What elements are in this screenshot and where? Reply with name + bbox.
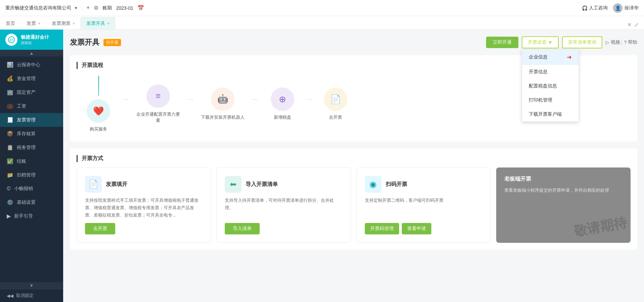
sidebar-item-reports[interactable]: 📊 云报表中心 bbox=[0, 58, 63, 72]
tab-issue[interactable]: 发票开具 × bbox=[81, 17, 115, 29]
settings-icon[interactable]: ⚙ bbox=[94, 5, 98, 11]
sidebar-footer-pin[interactable]: ◀◀ 取消固定 bbox=[0, 289, 63, 302]
sidebar-menu: 📊 云报表中心 💰 资金管理 🏢 固定资产 💼 工资 🧾 发票管理 📦 bbox=[0, 56, 63, 282]
tab-invoice-label: 发票 bbox=[27, 21, 36, 27]
sidebar-item-tax[interactable]: 📋 税务管理 bbox=[0, 141, 63, 154]
process-arrow-3: ··· bbox=[252, 95, 258, 113]
company-selector[interactable]: 重庆畅捷交通信息咨询有限公司 ▼ bbox=[5, 5, 78, 11]
dropdown-invoice-info-label: 开票信息 bbox=[529, 69, 548, 74]
step4-label: 新增税盘 bbox=[274, 114, 291, 120]
sidebar-logo: 好 畅捷通好会计 旗舰版 bbox=[0, 30, 63, 50]
step2-label: 企业开通配置开票六要素 bbox=[136, 111, 180, 123]
settings-chevron-icon: ▼ bbox=[548, 40, 553, 45]
topbar-divider bbox=[82, 5, 82, 11]
user-info[interactable]: 👤 徐泽华 bbox=[613, 3, 639, 13]
method-import-desc: 支持导入待开票清单，可对待开票清单进行拆分、合并处理。 bbox=[225, 197, 342, 219]
sidebar-item-assets[interactable]: 🏢 固定资产 bbox=[0, 85, 63, 99]
method-card-fill: 📄 发票填开 支持按照发票样式手工填开发票；可开具增值税电子普通发票、增值税普通… bbox=[77, 167, 211, 243]
settings-button-wrapper: 开票设置 ▼ 企业信息 ➜ 开票信息 配置税盘信息 bbox=[522, 36, 559, 48]
sidebar-scroll-down[interactable]: ▼ bbox=[0, 282, 63, 289]
tab-home-label: 首页 bbox=[6, 21, 15, 27]
play-icon[interactable]: ▷ bbox=[606, 40, 609, 45]
dropdown-item-download[interactable]: 下载开票客户端 bbox=[522, 107, 578, 121]
sidebar: 好 畅捷通好会计 旗舰版 ▲ 📊 云报表中心 💰 资金管理 🏢 固定资产 💼 bbox=[0, 30, 63, 302]
tab-issue-close[interactable]: × bbox=[107, 21, 110, 26]
inventory-icon: 📦 bbox=[7, 130, 13, 137]
method-import-header: ⬅ 导入开票清单 bbox=[225, 176, 342, 193]
tab-calc[interactable]: 发票测算 × bbox=[46, 17, 81, 29]
process-arrow-2: ··· bbox=[188, 95, 194, 113]
sidebar-item-guide[interactable]: ▶ 新手引导 bbox=[0, 209, 63, 223]
sidebar-item-settings-label: 基础设置 bbox=[17, 199, 36, 205]
activate-button[interactable]: 立即开通 bbox=[486, 37, 518, 48]
tab-home[interactable]: 首页 bbox=[0, 17, 21, 29]
page-header: 发票开具 待开通 立即开通 开票设置 ▼ 企业信息 ➜ bbox=[70, 36, 637, 48]
salary-icon: 💼 bbox=[7, 103, 13, 109]
sidebar-item-expense-label: 小畅报销 bbox=[14, 186, 33, 192]
sidebar-item-assets-label: 固定资产 bbox=[17, 89, 36, 96]
dropdown-item-taxdisk[interactable]: 配置税盘信息 bbox=[522, 79, 578, 93]
help-label: 帮助 bbox=[628, 39, 637, 45]
settings-button-label: 开票设置 bbox=[528, 39, 547, 45]
method-import-icon: ⬅ bbox=[225, 176, 242, 193]
capital-icon: 💰 bbox=[7, 75, 13, 82]
process-step-1-divider bbox=[98, 76, 99, 96]
dropdown-item-invoice-info[interactable]: 开票信息 bbox=[522, 65, 578, 79]
consult-button[interactable]: 🎧 人工咨询 bbox=[582, 5, 608, 11]
expense-icon: © bbox=[7, 186, 11, 192]
sidebar-item-closing[interactable]: ✅ 结账 bbox=[0, 154, 63, 168]
step2-icon: ≡ bbox=[146, 84, 170, 108]
tab-invoice[interactable]: 发票 × bbox=[21, 17, 46, 29]
status-badge: 待开通 bbox=[103, 39, 121, 46]
dropdown-item-company[interactable]: 企业信息 ➜ bbox=[522, 49, 578, 65]
sidebar-item-invoice[interactable]: 🧾 发票管理 bbox=[0, 113, 63, 127]
sidebar-item-capital-label: 资金管理 bbox=[17, 76, 36, 82]
tax-icon: 📋 bbox=[7, 144, 13, 151]
help-circle-icon[interactable]: ? bbox=[624, 40, 627, 45]
method-card-scan: ◉ 扫码开票 支持定制开票二维码，客户端可扫码开票 开票码管理 查看申请 bbox=[356, 167, 491, 243]
logo-title: 畅捷通好会计 bbox=[21, 34, 49, 40]
sidebar-scroll-up[interactable]: ▲ bbox=[0, 50, 63, 56]
headset-icon: 🎧 bbox=[582, 5, 588, 11]
tab-close-all-icon[interactable]: ✕ bbox=[627, 22, 632, 28]
method-fill-btn[interactable]: 去开票 bbox=[85, 223, 115, 234]
user-name: 徐泽华 bbox=[625, 5, 639, 11]
pin-icon: ◀◀ bbox=[7, 293, 13, 298]
sidebar-item-expense[interactable]: © 小畅报销 bbox=[0, 182, 63, 195]
abnormal-button[interactable]: 异常清单查询 bbox=[562, 36, 602, 48]
process-arrow-1: ··· bbox=[123, 95, 129, 113]
calendar-icon[interactable]: 📅 bbox=[137, 5, 144, 11]
sidebar-item-settings[interactable]: ⚙️ 基础设置 bbox=[0, 195, 63, 209]
tab-expand-icon[interactable]: ⤢ bbox=[634, 22, 639, 28]
sidebar-item-inventory[interactable]: 📦 库存核算 bbox=[0, 127, 63, 141]
separator: | bbox=[621, 40, 623, 45]
sidebar-item-invoice-label: 发票管理 bbox=[17, 117, 36, 123]
method-scan-btn1[interactable]: 开票码管理 bbox=[365, 223, 399, 234]
method-import-btn[interactable]: 导入清单 bbox=[225, 223, 260, 234]
methods-grid: 📄 发票填开 支持按照发票样式手工填开发票；可开具增值税电子普通发票、增值税普通… bbox=[77, 167, 631, 243]
add-icon[interactable]: + bbox=[86, 4, 90, 11]
step3-icon: 🤖 bbox=[211, 87, 234, 111]
step5-label: 去开票 bbox=[329, 114, 342, 120]
method-scan-btn2[interactable]: 查看申请 bbox=[402, 223, 431, 234]
company-dropdown-icon[interactable]: ▼ bbox=[74, 6, 78, 10]
sidebar-item-capital[interactable]: 💰 资金管理 bbox=[0, 72, 63, 85]
sidebar-item-salary[interactable]: 💼 工资 bbox=[0, 99, 63, 113]
tab-calc-close[interactable]: × bbox=[73, 21, 75, 26]
process-step-5: 📄 去开票 bbox=[315, 87, 356, 120]
settings-button[interactable]: 开票设置 ▼ bbox=[522, 36, 559, 48]
method-scan-desc: 支持定制开票二维码，客户端可扫码开票 bbox=[365, 197, 482, 219]
method-fill-title: 发票填开 bbox=[106, 181, 127, 188]
guide-icon: ▶ bbox=[7, 213, 11, 219]
dropdown-download-label: 下载开票客户端 bbox=[529, 111, 562, 117]
dropdown-item-printer[interactable]: 打印机管理 bbox=[522, 93, 578, 107]
method-scan-header: ◉ 扫码开票 bbox=[365, 176, 482, 193]
tab-issue-label: 发票开具 bbox=[86, 21, 105, 27]
process-step-3: 🤖 下载并安装开票机器人 bbox=[196, 87, 250, 120]
invoice-menu-icon: 🧾 bbox=[7, 117, 13, 123]
tab-invoice-close[interactable]: × bbox=[38, 21, 40, 26]
method-fill-header: 📄 发票填开 bbox=[85, 176, 203, 193]
sidebar-item-archive[interactable]: 📁 归档管理 bbox=[0, 168, 63, 182]
sidebar-item-inventory-label: 库存核算 bbox=[17, 131, 36, 137]
user-avatar-icon: 👤 bbox=[613, 3, 622, 13]
